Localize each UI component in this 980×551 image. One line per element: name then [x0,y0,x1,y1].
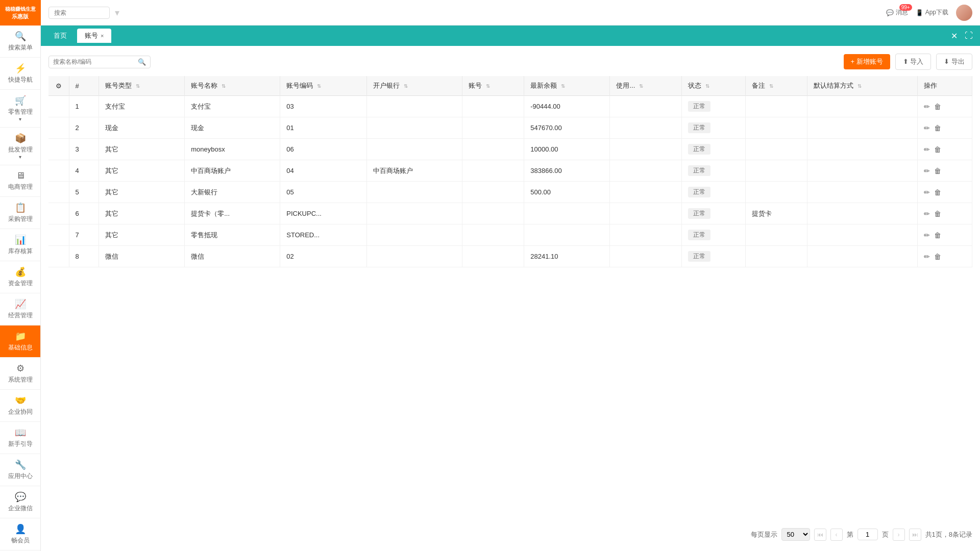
cell-status: 正常 [682,139,746,160]
cell-balance: 383866.00 [524,160,610,182]
edit-btn[interactable]: ✏ [924,231,930,239]
tab-account[interactable]: 账号× [77,29,111,43]
cell-notes [746,224,807,246]
col-account-no: 账号 ⇅ [462,76,524,96]
settings-icon: ⚙ [56,82,62,90]
delete-btn[interactable]: 🗑 [934,188,941,196]
message-count-badge: 99+ [899,4,912,11]
action-btns: ✏ 🗑 [924,210,966,218]
edit-btn[interactable]: ✏ [924,167,930,175]
message-button[interactable]: 💬 消息 99+ [886,8,908,17]
sidebar-label-system-mgmt: 系统管理 [8,375,33,384]
sidebar-label-enterprise-wechat: 企业微信 [8,504,33,513]
table-header: ⚙ # 账号类型 ⇅ 账号名称 ⇅ 账号编码 ⇅ 开户银行 ⇅ 账号 ⇅ 最新余… [48,76,972,96]
sidebar-item-enterprise-agreement[interactable]: 🤝企业协同 [0,390,40,422]
cell-notes [746,246,807,267]
sidebar-item-search-menu[interactable]: 🔍搜索菜单 [0,26,40,58]
cell-index: 1 [69,96,99,117]
sidebar-item-retail-mgmt[interactable]: 🛒零售管理▾ [0,90,40,128]
cell-usage [610,160,682,182]
top-search-input[interactable] [48,7,110,19]
delete-btn[interactable]: 🗑 [934,103,941,111]
search-box[interactable]: 🔍 [48,56,151,68]
action-btns: ✏ 🗑 [924,145,966,154]
tab-label-account: 账号 [85,31,98,40]
cell-index: 3 [69,139,99,160]
sidebar-item-ecommerce-mgmt[interactable]: 🖥电商管理 [0,165,40,197]
tab-close-btn[interactable]: ✕ [948,30,960,42]
sort-status-icon: ⇅ [705,83,709,89]
delete-btn[interactable]: 🗑 [934,231,941,239]
per-page-select[interactable]: 50 100 200 [781,528,810,541]
add-account-button[interactable]: + 新增账号 [844,54,890,69]
delete-btn[interactable]: 🗑 [934,124,941,132]
cell-notes [746,96,807,117]
cell-settings [48,182,69,203]
edit-btn[interactable]: ✏ [924,188,930,196]
cell-name: 微信 [185,246,280,267]
tab-expand-btn[interactable]: ⛶ [963,30,975,42]
cell-name: 零售抵现 [185,224,280,246]
cell-actions: ✏ 🗑 [917,139,972,160]
sidebar-item-operations-mgmt[interactable]: 📈经营管理 [0,293,40,325]
sidebar-item-member[interactable]: 👤畅会员 [0,518,40,550]
content-area: 🔍 + 新增账号 ⬆ 导入 ⬇ 导出 ⚙ # 账号类型 ⇅ 账号名称 ⇅ 账号编… [41,46,980,551]
cell-type: 其它 [99,139,185,160]
prev-page-btn[interactable]: ‹ [830,529,843,541]
app-download-link[interactable]: 📱 App下载 [916,8,948,17]
edit-btn[interactable]: ✏ [924,124,930,132]
sidebar-item-purchase-mgmt[interactable]: 📋采购管理 [0,197,40,229]
cell-settings [48,246,69,267]
purchase-mgmt-icon: 📋 [15,202,26,213]
sidebar-item-basic-info[interactable]: 📁基础信息 [0,325,40,358]
edit-btn[interactable]: ✏ [924,145,930,154]
cell-settings [48,160,69,182]
search-input[interactable] [53,58,138,65]
sidebar-item-app-center[interactable]: 🔧应用中心 [0,454,40,486]
cell-balance: 547670.00 [524,117,610,139]
delete-btn[interactable]: 🗑 [934,253,941,261]
export-button[interactable]: ⬇ 导出 [936,54,972,70]
delete-btn[interactable]: 🗑 [934,145,941,154]
cell-default-settlement [807,160,917,182]
tab-bar: 首页账号× ✕ ⛶ [41,26,980,46]
delete-btn[interactable]: 🗑 [934,210,941,218]
edit-btn[interactable]: ✏ [924,253,930,261]
sidebar-item-quick-nav[interactable]: ⚡快捷导航 [0,58,40,90]
col-settings[interactable]: ⚙ [48,76,69,96]
delete-btn[interactable]: 🗑 [934,167,941,175]
tab-close-account[interactable]: × [101,33,104,39]
last-page-btn[interactable]: ⏭ [909,529,921,541]
sidebar-item-capital-mgmt[interactable]: 💰资金管理 [0,261,40,293]
new-guide-icon: 📖 [15,427,26,438]
table-row: 5 其它 大新银行 05 500.00 正常 ✏ 🗑 [48,182,972,203]
cell-code: 05 [280,182,367,203]
edit-btn[interactable]: ✏ [924,103,930,111]
next-page-btn[interactable]: › [893,529,905,541]
cell-index: 7 [69,224,99,246]
sort-account-icon: ⇅ [486,83,490,89]
sidebar-item-enterprise-wechat[interactable]: 💬企业微信 [0,486,40,518]
cell-name: 中百商场账户 [185,160,280,182]
sidebar-item-wholesale-mgmt[interactable]: 📦批发管理▾ [0,128,40,165]
cell-bank [367,139,462,160]
sidebar-item-inventory[interactable]: 📊库存核算 [0,229,40,261]
dropdown-chevron-icon[interactable]: ▾ [115,7,119,18]
cell-usage [610,96,682,117]
first-page-btn[interactable]: ⏮ [814,529,826,541]
sidebar-item-system-mgmt[interactable]: ⚙系统管理 [0,358,40,390]
cell-default-settlement [807,182,917,203]
sort-notes-icon: ⇅ [769,83,773,89]
edit-btn[interactable]: ✏ [924,210,930,218]
sidebar-item-new-guide[interactable]: 📖新手引导 [0,422,40,454]
sidebar-label-search-menu: 搜索菜单 [8,43,33,52]
avatar[interactable] [956,5,972,21]
import-button[interactable]: ⬆ 导入 [895,54,932,70]
sidebar-label-member: 畅会员 [11,536,30,545]
inventory-icon: 📊 [15,234,26,245]
page-input[interactable] [857,529,878,540]
cell-usage [610,224,682,246]
cell-default-settlement [807,224,917,246]
cell-code: 06 [280,139,367,160]
tab-home[interactable]: 首页 [46,29,75,43]
